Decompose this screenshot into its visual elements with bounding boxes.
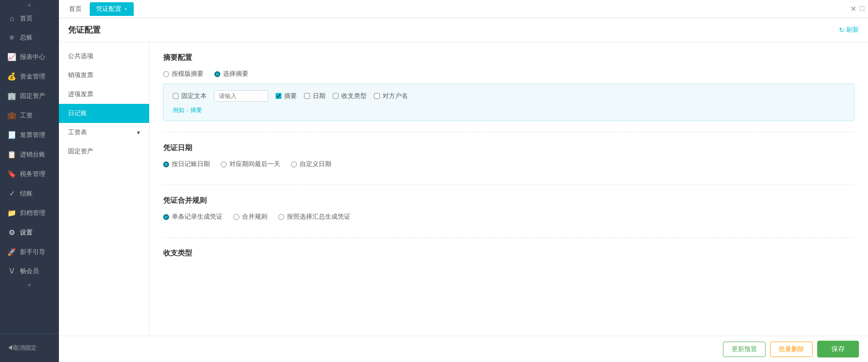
sidebar-item-fixed-assets[interactable]: 🏢 固定资产: [0, 86, 59, 106]
fixed-assets-icon: 🏢: [7, 92, 16, 100]
member-icon: V: [7, 267, 16, 275]
summary-radio-template[interactable]: 按模版摘要: [163, 70, 204, 78]
tab-close-icon[interactable]: ×: [124, 6, 127, 12]
refresh-button[interactable]: ↻ 刷新: [839, 26, 859, 34]
settings-icon: ⚙: [7, 228, 16, 237]
left-nav: 公共选项 销项发票 进项发票 日记账 工资表 ▾ 固定资产: [59, 42, 150, 336]
window-restore-icon[interactable]: □: [860, 5, 864, 13]
left-nav-public[interactable]: 公共选项: [59, 47, 149, 66]
page-title: 凭证配置: [68, 24, 101, 35]
sales-ledger-icon: 📋: [7, 150, 16, 159]
merge-rules-radio-merge[interactable]: 合并规则: [233, 213, 267, 221]
voucher-date-radio-journal-input[interactable]: [163, 161, 169, 167]
merge-rules-radio-merge-input[interactable]: [233, 214, 239, 220]
ledger-icon: ≡: [7, 34, 16, 42]
save-button[interactable]: 保存: [817, 341, 859, 357]
checkbox-counterpart-name-input[interactable]: [374, 93, 380, 99]
summary-section-title: 摘要配置: [163, 53, 854, 63]
checkbox-date[interactable]: 日期: [304, 92, 325, 100]
sidebar-item-general-ledger[interactable]: ≡ 总账: [0, 28, 59, 47]
voucher-date-section: 凭证日期 按日记账日期 对应期间最后一天 自定义日期: [163, 143, 854, 185]
batch-delete-button[interactable]: 批量删除: [770, 342, 813, 357]
update-preview-button[interactable]: 更新预置: [723, 342, 766, 357]
sidebar-item-payroll[interactable]: 💼 工资: [0, 106, 59, 125]
window-controls: ✕ □: [850, 5, 864, 13]
checkbox-income-type[interactable]: 收支类型: [333, 92, 367, 100]
voucher-date-radio-period-input[interactable]: [221, 161, 227, 167]
window-close-icon[interactable]: ✕: [850, 5, 856, 13]
merge-rules-radio-single[interactable]: 单条记录生成凭证: [163, 213, 223, 221]
income-type-title: 收支类型: [163, 249, 854, 258]
sidebar-item-tax[interactable]: 🔖 税务管理: [0, 164, 59, 184]
voucher-date-title: 凭证日期: [163, 143, 854, 153]
left-nav-sales-invoice[interactable]: 销项发票: [59, 66, 149, 85]
left-nav-payroll-table[interactable]: 工资表 ▾: [59, 123, 149, 142]
merge-rules-title: 凭证合并规则: [163, 196, 854, 205]
sidebar-item-closing[interactable]: ✓ 结账: [0, 184, 59, 203]
summary-radio-template-input[interactable]: [163, 71, 169, 77]
merge-rules-radio-group: 单条记录生成凭证 合并规则 按照选择汇总生成凭证: [163, 213, 854, 221]
sidebar-item-invoice[interactable]: 🧾 发票管理: [0, 125, 59, 145]
content-area: 公共选项 销项发票 进项发票 日记账 工资表 ▾ 固定资产 摘要配置: [59, 42, 868, 336]
checkbox-date-input[interactable]: [304, 93, 310, 99]
chevron-down-icon: ▾: [137, 129, 140, 136]
checkbox-summary-input[interactable]: [276, 93, 281, 99]
merge-rules-radio-single-input[interactable]: [163, 214, 169, 220]
left-nav-fixed-assets[interactable]: 固定资产: [59, 142, 149, 161]
sidebar-item-guide[interactable]: 🚀 新手引导: [0, 242, 59, 262]
right-content: 摘要配置 按模版摘要 选择摘要 固定文本: [150, 42, 868, 336]
summary-radio-group: 按模版摘要 选择摘要: [163, 70, 854, 78]
payroll-icon: 💼: [7, 111, 16, 120]
voucher-date-radio-custom[interactable]: 自定义日期: [291, 160, 331, 168]
voucher-date-radio-journal[interactable]: 按日记账日期: [163, 160, 210, 168]
sidebar-unpin[interactable]: ◀取消固定: [0, 338, 59, 357]
merge-rules-radio-summary[interactable]: 按照选择汇总生成凭证: [278, 213, 350, 221]
summary-radio-select[interactable]: 选择摘要: [214, 70, 248, 78]
sidebar-scroll-down[interactable]: ▼: [0, 281, 59, 290]
sidebar-scroll-up[interactable]: ▲: [0, 0, 59, 9]
summary-config-section: 摘要配置 按模版摘要 选择摘要 固定文本: [163, 53, 854, 132]
left-nav-journal[interactable]: 日记账: [59, 104, 149, 123]
checkbox-income-type-input[interactable]: [333, 93, 339, 99]
refresh-icon: ↻: [839, 26, 844, 34]
checkbox-counterpart-name[interactable]: 对方户名: [374, 92, 408, 100]
main-content: 首页 凭证配置 × ✕ □ 凭证配置 ↻ 刷新 公共选项 销项发票 进项: [59, 0, 868, 362]
checkbox-fixed-text-input[interactable]: [173, 93, 179, 99]
invoice-icon: 🧾: [7, 131, 16, 139]
sidebar-item-archive[interactable]: 📁 归档管理: [0, 203, 59, 223]
archive-icon: 📁: [7, 209, 16, 217]
merge-rules-section: 凭证合并规则 单条记录生成凭证 合并规则 按照选择汇总生成凭证: [163, 196, 854, 238]
reports-icon: 📈: [7, 53, 16, 61]
summary-radio-select-input[interactable]: [214, 71, 220, 77]
sidebar-item-settings[interactable]: ⚙ 设置: [0, 223, 59, 242]
closing-icon: ✓: [7, 189, 16, 198]
sidebar-item-home[interactable]: ⌂ 首页: [0, 9, 59, 28]
voucher-date-radio-custom-input[interactable]: [291, 161, 297, 167]
tax-icon: 🔖: [7, 170, 16, 178]
tab-home[interactable]: 首页: [63, 2, 88, 16]
summary-example-text: 例如：摘要: [173, 106, 845, 114]
left-nav-purchase-invoice[interactable]: 进项发票: [59, 85, 149, 104]
tab-voucher-config[interactable]: 凭证配置 ×: [90, 2, 134, 16]
checkbox-summary[interactable]: 摘要: [276, 92, 297, 100]
sidebar: ▲ ⌂ 首页 ≡ 总账 📈 报表中心 💰 资金管理 🏢 固定资产 💼 工资 🧾 …: [0, 0, 59, 362]
summary-config-box: 固定文本 摘要 日期 收支类型: [163, 83, 854, 121]
voucher-date-radio-group: 按日记账日期 对应期间最后一天 自定义日期: [163, 160, 854, 168]
funds-icon: 💰: [7, 72, 16, 81]
voucher-date-radio-period[interactable]: 对应期间最后一天: [221, 160, 280, 168]
summary-checkboxes-row: 固定文本 摘要 日期 收支类型: [173, 90, 845, 102]
merge-rules-radio-summary-input[interactable]: [278, 214, 284, 220]
sidebar-item-sales-ledger[interactable]: 📋 进销台账: [0, 145, 59, 164]
guide-icon: 🚀: [7, 248, 16, 256]
sidebar-item-funds[interactable]: 💰 资金管理: [0, 67, 59, 86]
checkbox-fixed-text[interactable]: 固定文本: [173, 92, 207, 100]
sidebar-item-member[interactable]: V 畅会员: [0, 262, 59, 281]
home-icon: ⌂: [7, 15, 16, 23]
sidebar-item-reports[interactable]: 📈 报表中心: [0, 47, 59, 67]
page-header: 凭证配置 ↻ 刷新: [59, 18, 868, 42]
tab-bar: 首页 凭证配置 × ✕ □: [59, 0, 868, 18]
fixed-text-input[interactable]: [214, 90, 268, 102]
income-type-section: 收支类型: [163, 249, 854, 276]
action-bar: 更新预置 批量删除 保存: [59, 336, 868, 362]
